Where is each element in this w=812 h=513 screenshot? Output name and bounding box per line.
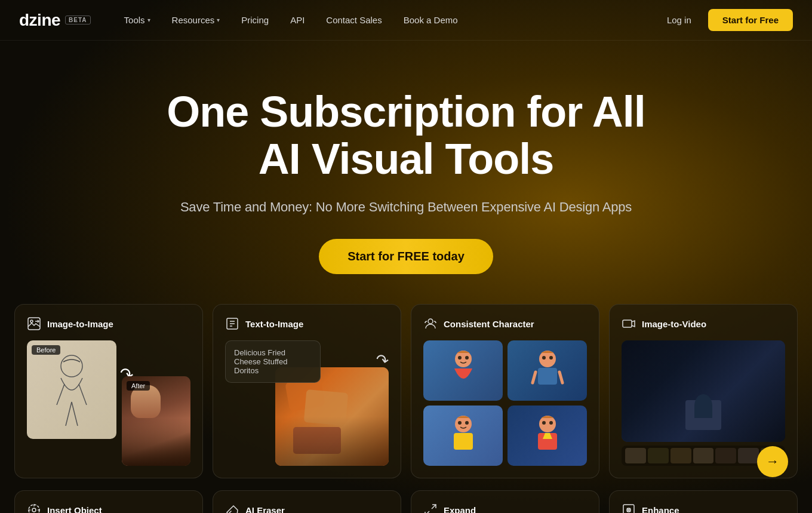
svg-rect-28 — [623, 320, 632, 327]
text-to-image-icon — [225, 317, 239, 331]
enhance-icon — [622, 503, 636, 513]
hero-section: One Subscription for All AI Visual Tools… — [0, 41, 812, 304]
card-image-to-image[interactable]: Image-to-Image Before ↷ — [14, 304, 203, 478]
ai-eraser-icon — [225, 503, 239, 513]
consistent-character-icon — [423, 317, 438, 331]
after-label: After — [127, 381, 150, 391]
nav-links: Tools ▾ Resources ▾ Pricing API Contact … — [115, 10, 467, 30]
tools-row-1: Image-to-Image Before ↷ — [0, 304, 812, 490]
svg-point-14 — [465, 356, 469, 360]
card-title-expand: Expand — [444, 505, 476, 513]
nav-right: Log in Start for Free — [660, 9, 793, 31]
prompt-bubble: Delicious Fried Cheese Stuffed Doritos — [225, 340, 321, 383]
image-to-video-icon — [622, 317, 636, 331]
nav-pricing[interactable]: Pricing — [232, 10, 278, 30]
after-image: After — [122, 376, 190, 466]
logo[interactable]: dzine BETA — [19, 11, 91, 30]
nav-resources[interactable]: Resources ▾ — [162, 10, 230, 30]
card-title-insert-object: Insert Object — [47, 505, 102, 513]
svg-point-2 — [61, 355, 82, 377]
card-text-to-image[interactable]: Text-to-Image Delicious Fried Cheese Stu… — [213, 304, 401, 478]
card-title-image-to-video: Image-to-Video — [642, 319, 706, 329]
svg-rect-0 — [28, 318, 40, 330]
svg-line-6 — [72, 402, 78, 426]
scroll-next-button[interactable]: → — [757, 446, 788, 477]
sketch-drawing — [42, 351, 102, 429]
beta-badge: BETA — [65, 16, 90, 24]
char-image-3 — [423, 406, 503, 466]
svg-rect-16 — [538, 368, 557, 385]
svg-point-21 — [458, 421, 462, 425]
chevron-down-icon: ▾ — [147, 17, 150, 23]
svg-point-17 — [542, 356, 546, 360]
svg-point-22 — [465, 421, 469, 425]
char-image-4 — [508, 406, 587, 466]
card-title-text-to-image: Text-to-Image — [245, 319, 303, 329]
video-main: ▶ — [622, 340, 785, 442]
chevron-down-icon: ▾ — [217, 17, 220, 23]
card-expand[interactable]: Expand — [411, 490, 599, 513]
card-enhance[interactable]: Enhance — [609, 490, 798, 513]
hero-cta-button[interactable]: Start for FREE today — [319, 239, 493, 274]
svg-line-5 — [66, 402, 72, 426]
hero-title: One Subscription for All AI Visual Tools — [12, 88, 800, 183]
char-image-1 — [423, 340, 503, 401]
svg-point-11 — [428, 319, 433, 324]
expand-icon — [423, 503, 438, 513]
text-to-image-content: Delicious Fried Cheese Stuffed Doritos ↷ — [225, 340, 389, 466]
card-consistent-character[interactable]: Consistent Character — [411, 304, 599, 478]
svg-point-30 — [32, 508, 36, 512]
char-image-2 — [508, 340, 587, 401]
login-button[interactable]: Log in — [660, 10, 699, 30]
brand-name: dzine — [19, 11, 60, 30]
svg-line-4 — [79, 384, 87, 405]
nav-tools[interactable]: Tools ▾ — [115, 10, 160, 30]
svg-rect-20 — [454, 433, 473, 450]
card-ai-eraser[interactable]: AI Eraser — [213, 490, 401, 513]
svg-point-1 — [30, 320, 33, 322]
image-to-image-content: Before ↷ After — [27, 340, 190, 466]
nav-api[interactable]: API — [281, 10, 314, 30]
character-grid — [423, 340, 587, 466]
video-content: ▶ — [622, 340, 785, 466]
hero-subtitle: Save Time and Money: No More Switching B… — [12, 199, 800, 215]
card-title-image-to-image: Image-to-Image — [47, 319, 113, 329]
image-to-image-icon — [27, 317, 41, 331]
before-image: Before — [27, 340, 116, 439]
nav-contact-sales[interactable]: Contact Sales — [316, 10, 391, 30]
svg-line-3 — [57, 384, 64, 405]
svg-point-25 — [542, 421, 546, 425]
card-insert-object[interactable]: Insert Object — [14, 490, 203, 513]
nav-left: dzine BETA Tools ▾ Resources ▾ Pricing A… — [19, 10, 467, 30]
tools-row-2: Insert Object AI Eraser Expand — [0, 490, 812, 513]
svg-point-26 — [549, 421, 553, 425]
card-title-enhance: Enhance — [642, 505, 679, 513]
nav-book-demo[interactable]: Book a Demo — [394, 10, 467, 30]
start-free-button[interactable]: Start for Free — [708, 9, 793, 31]
card-title-ai-eraser: AI Eraser — [245, 505, 285, 513]
before-label: Before — [32, 345, 60, 355]
insert-object-icon — [27, 503, 41, 513]
navbar: dzine BETA Tools ▾ Resources ▾ Pricing A… — [0, 0, 812, 41]
card-title-consistent-character: Consistent Character — [444, 319, 534, 329]
svg-point-13 — [458, 356, 462, 360]
svg-point-18 — [549, 356, 553, 360]
svg-line-35 — [432, 505, 436, 509]
